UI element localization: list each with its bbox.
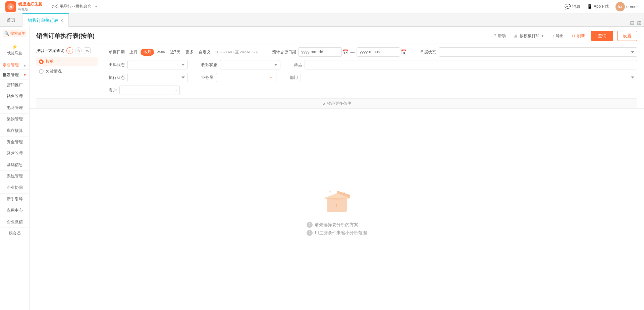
calendar-start-icon[interactable]: 📅: [342, 49, 348, 55]
empty-tip-1: 1 请先选择要分析的方案: [307, 222, 367, 228]
phone-icon: 📱: [587, 4, 592, 9]
topbar: 好 畅捷通好生意 标账版 | 办公用品行业模拟账套 ▼ 💬 消息 📱 App下载…: [0, 0, 644, 13]
svg-text:!: !: [336, 204, 337, 209]
expected-date-start-input[interactable]: [298, 47, 342, 57]
status-select[interactable]: [439, 47, 637, 57]
refresh-icon: ↺: [572, 34, 576, 39]
maximize-icon[interactable]: ⊞: [637, 20, 641, 26]
window-controls: ⊟ ⊞: [627, 20, 644, 26]
sidebar-item-system[interactable]: 系统管理: [0, 171, 29, 182]
app-download-button[interactable]: 📱 App下载: [587, 4, 609, 9]
sidebar-item-operation[interactable]: 经营管理: [0, 148, 29, 159]
filter-row-2: 出库状态 收款状态: [109, 60, 637, 69]
print-button[interactable]: 🖨 按模板打印 ▼: [512, 32, 546, 40]
search-icon: 🔍: [4, 31, 9, 36]
scheme-item-shortage[interactable]: 欠货情况: [36, 67, 98, 75]
search-menu-button[interactable]: 🔍 搜索菜单: [3, 30, 26, 37]
tab-sales-order[interactable]: 销售订单执行表 ×: [22, 13, 69, 27]
sidebar-item-member[interactable]: 畅会员: [0, 228, 29, 239]
print-dropdown-icon: ▼: [541, 34, 544, 38]
sidebar-item-app-center[interactable]: 应用中心: [0, 205, 29, 216]
salesperson-filter: 业务员 ···: [201, 73, 276, 82]
date-tabs: 上月 本月 本年 近7天 更多 自定义: [127, 49, 213, 56]
delivery-status-select[interactable]: [127, 60, 188, 69]
goods-input-wrap[interactable]: ···: [305, 60, 637, 69]
settings-button[interactable]: 设置: [617, 31, 637, 41]
calendar-end-icon[interactable]: 📅: [401, 49, 407, 55]
sidebar-search-area: 🔍 搜索菜单: [0, 27, 29, 40]
sidebar-item-quick-nav[interactable]: ⚡ 快捷导航: [0, 41, 29, 58]
customer-input-wrap[interactable]: ···: [119, 86, 180, 95]
salesperson-more-icon[interactable]: ···: [270, 75, 273, 80]
export-button[interactable]: ↑ 导出: [550, 32, 566, 40]
date-filter: 单据日期 上月 本月 本年 近7天 更多 自定义 2023-03-01 至 20…: [109, 49, 259, 56]
date-tab-custom[interactable]: 自定义: [197, 49, 213, 56]
minimize-icon[interactable]: ⊟: [630, 20, 634, 26]
goods-more-icon[interactable]: ···: [631, 62, 634, 67]
topbar-right: 💬 消息 📱 App下载 Ea demo2: [565, 2, 639, 11]
svg-point-7: [343, 192, 345, 193]
customer-more-icon[interactable]: ···: [173, 88, 177, 93]
breadcrumb: 办公用品行业模拟账套: [51, 4, 92, 9]
date-tab-this-month[interactable]: 本月: [141, 49, 154, 56]
page-actions: ? 帮助 🖨 按模板打印 ▼ ↑ 导出 ↺ 刷新 查询 设置: [492, 31, 637, 41]
expected-date-end-input[interactable]: [357, 47, 400, 57]
scheme-header: 按以下方案查询 + ✎ ≪: [36, 47, 98, 54]
date-tab-more[interactable]: 更多: [183, 49, 196, 56]
status-filter: 单据状态: [420, 47, 637, 57]
delivery-status-wrap: [127, 60, 188, 69]
date-tab-7days[interactable]: 近7天: [168, 49, 182, 56]
add-scheme-button[interactable]: +: [66, 47, 73, 54]
sidebar-item-basic-info[interactable]: 基础信息: [0, 159, 29, 171]
breadcrumb-arrow-icon[interactable]: ▼: [94, 5, 98, 8]
user-area[interactable]: Ea demo2: [615, 2, 639, 11]
date-tab-last-month[interactable]: 上月: [127, 49, 140, 56]
avatar: Ea: [615, 2, 625, 11]
chevron-up-icon: ▼: [23, 73, 26, 77]
salesperson-input-wrap[interactable]: ···: [216, 73, 276, 82]
scheme-panel: 按以下方案查询 + ✎ ≪ 按单: [36, 47, 103, 79]
sidebar: 🔍 搜索菜单 ⚡ 快捷导航 零售管理 ▲ 批发管理 ▼ 营销推广: [0, 27, 30, 310]
sidebar-item-newbie[interactable]: 新手引导: [0, 194, 29, 205]
edit-scheme-button[interactable]: ✎: [75, 47, 82, 54]
filter-row-1: 单据日期 上月 本月 本年 近7天 更多 自定义 2023-03-01 至 20…: [109, 47, 637, 57]
help-icon: ?: [494, 34, 496, 38]
svg-point-6: [329, 191, 331, 193]
refresh-button[interactable]: ↺ 刷新: [570, 32, 587, 40]
svg-text:好: 好: [9, 5, 13, 9]
tab-home[interactable]: 首页: [0, 14, 22, 26]
sidebar-item-inventory[interactable]: 库存核算: [0, 125, 29, 137]
department-select[interactable]: [301, 73, 637, 82]
sidebar-item-purchase[interactable]: 采购管理: [0, 114, 29, 125]
sidebar-item-sales[interactable]: 销售管理: [0, 91, 29, 102]
scheme-active-icon: [39, 59, 44, 64]
status-select-wrap: [439, 47, 637, 57]
sidebar-item-marketing[interactable]: 营销推广: [0, 80, 29, 91]
sidebar-item-retail[interactable]: 零售管理 ▲: [0, 60, 29, 70]
sidebar-item-enterprise[interactable]: 企业协同: [0, 182, 29, 194]
tip-num-1: 1: [307, 222, 313, 228]
scheme-list: 按单 欠货情况: [36, 57, 98, 75]
message-button[interactable]: 💬 消息: [565, 4, 580, 10]
sidebar-item-wechat[interactable]: 企业微信: [0, 216, 29, 228]
collection-status-select[interactable]: [220, 60, 280, 69]
department-filter: 部门: [290, 73, 637, 82]
sidebar-item-ecommerce[interactable]: 电商管理: [0, 102, 29, 114]
sidebar-item-finance[interactable]: 资金管理: [0, 137, 29, 148]
logo-box: 好 畅捷通好生意 标账版: [5, 1, 42, 12]
tab-close-icon[interactable]: ×: [60, 18, 63, 23]
collection-status-wrap: [220, 60, 280, 69]
filter-main-row: 按以下方案查询 + ✎ ≪ 按单: [36, 47, 637, 98]
user-name: demo2: [626, 4, 639, 9]
scheme-item-order[interactable]: 按单: [36, 57, 98, 66]
help-button[interactable]: ? 帮助: [492, 32, 508, 40]
svg-point-8: [348, 197, 349, 198]
collapse-scheme-button[interactable]: ≪: [84, 47, 91, 54]
sidebar-item-wholesale[interactable]: 批发管理 ▼: [0, 70, 29, 80]
collapse-up-icon: ∧: [323, 101, 326, 106]
date-tab-this-year[interactable]: 本年: [155, 49, 167, 56]
execution-status-select[interactable]: [127, 73, 188, 82]
collection-status-filter: 收款状态: [201, 60, 280, 69]
collapse-bar[interactable]: ∧ 收起更多条件: [36, 98, 637, 108]
query-button[interactable]: 查询: [591, 31, 613, 41]
